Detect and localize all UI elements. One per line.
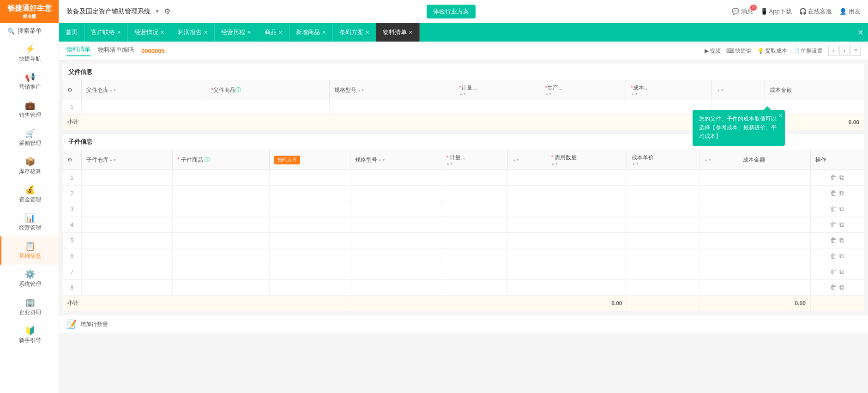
tab-history-close[interactable]: ✕ <box>247 30 251 36</box>
child-row-2-unit-cost[interactable] <box>627 186 699 201</box>
copy-icon-3[interactable]: ⧉ <box>839 205 844 213</box>
sidebar-item-marketing[interactable]: 📢 营销推广 <box>0 67 59 96</box>
delete-icon-2[interactable]: 🗑 <box>830 189 837 197</box>
child-row-5-unit[interactable] <box>441 233 507 248</box>
tab-operation[interactable]: 经营情况 ✕ <box>128 23 171 42</box>
copy-icon-1[interactable]: ⧉ <box>839 174 844 181</box>
child-row-6-warehouse[interactable] <box>81 248 172 264</box>
copy-icon-8[interactable]: ⧉ <box>839 284 844 291</box>
close-all-tabs[interactable]: ✕ <box>853 28 868 37</box>
child-row-5-warehouse[interactable] <box>81 233 172 248</box>
tab-customer[interactable]: 客户联络 ✕ <box>84 23 128 42</box>
tab-new-goods-close[interactable]: ✕ <box>322 30 326 36</box>
delete-icon-1[interactable]: 🗑 <box>830 174 837 181</box>
delete-icon-7[interactable]: 🗑 <box>830 268 837 276</box>
sidebar-item-quick-nav[interactable]: ⚡ 快捷导航 <box>0 39 59 67</box>
child-row-2-goods[interactable] <box>172 186 269 201</box>
sidebar-search[interactable]: 🔍 搜索菜单 <box>0 23 59 39</box>
user-avatar[interactable]: 👤 用友 <box>839 7 861 16</box>
add-row-label[interactable]: 增加行数量 <box>80 320 108 328</box>
tab-operation-close[interactable]: ✕ <box>160 30 164 36</box>
delete-icon-8[interactable]: 🗑 <box>830 284 837 291</box>
parent-row-1-goods[interactable] <box>206 100 330 115</box>
tab-profit[interactable]: 利润报告 ✕ <box>171 23 215 42</box>
child-row-4-warehouse[interactable] <box>81 217 172 233</box>
tab-barcode-close[interactable]: ✕ <box>365 30 369 36</box>
delete-icon-6[interactable]: 🗑 <box>830 252 837 260</box>
child-row-8-unit[interactable] <box>441 280 507 296</box>
tab-goods[interactable]: 商品 ✕ <box>258 23 289 42</box>
tab-customer-close[interactable]: ✕ <box>117 30 121 36</box>
parent-row-1-production[interactable] <box>540 100 626 115</box>
child-row-6-unit-cost[interactable] <box>627 248 699 264</box>
child-row-3-warehouse[interactable] <box>81 201 172 217</box>
copy-icon-7[interactable]: ⧉ <box>839 268 844 276</box>
tab-bom[interactable]: 物料清单 ✕ <box>376 23 420 42</box>
child-row-5-goods[interactable] <box>172 233 269 248</box>
parent-col-settings[interactable]: ⚙ <box>63 80 81 100</box>
sidebar-item-sys-mgmt[interactable]: ⚙️ 系统管理 <box>0 265 59 293</box>
child-row-6-goods[interactable] <box>172 248 269 264</box>
sidebar-item-enterprise[interactable]: 🏢 企业协同 <box>0 293 59 321</box>
tab-barcode[interactable]: 条码方案 ✕ <box>333 23 376 42</box>
child-row-1-spec[interactable] <box>350 170 441 186</box>
app-download[interactable]: 📱 App下载 <box>760 7 792 16</box>
sidebar-item-basic-info[interactable]: 📋 基础信息 <box>0 236 59 265</box>
scan-btn[interactable]: 扫码入库 <box>274 156 300 164</box>
shortcut-btn[interactable]: ⌨ 快捷键 <box>726 47 752 55</box>
child-row-1-qty[interactable] <box>546 170 627 186</box>
child-row-7-unit[interactable] <box>441 264 507 280</box>
child-row-3-unit[interactable] <box>441 201 507 217</box>
child-row-8-goods[interactable] <box>172 280 269 296</box>
tab-home[interactable]: 首页 <box>59 23 84 42</box>
child-row-6-spec[interactable] <box>350 248 441 264</box>
sub-tab-list[interactable]: 物料清单 <box>66 45 90 56</box>
child-row-4-unit-cost[interactable] <box>627 217 699 233</box>
child-row-5-qty[interactable] <box>546 233 627 248</box>
next-arrow[interactable]: › <box>839 46 850 56</box>
child-row-3-qty[interactable] <box>546 201 627 217</box>
sidebar-item-finance[interactable]: 💰 资金管理 <box>0 180 59 208</box>
child-row-2-spec[interactable] <box>350 186 441 201</box>
child-row-1-goods[interactable] <box>172 170 269 186</box>
child-row-1-warehouse[interactable] <box>81 170 172 186</box>
child-row-8-warehouse[interactable] <box>81 280 172 296</box>
child-row-7-qty[interactable] <box>546 264 627 280</box>
tooltip-close-btn[interactable]: × <box>779 112 782 121</box>
child-row-1-unit-cost[interactable] <box>627 170 699 186</box>
copy-icon-6[interactable]: ⧉ <box>839 252 844 260</box>
settings-icon[interactable]: ⚙ <box>164 7 170 16</box>
child-row-7-goods[interactable] <box>172 264 269 280</box>
delete-icon-3[interactable]: 🗑 <box>830 205 837 213</box>
copy-icon-2[interactable]: ⧉ <box>839 189 844 197</box>
system-dropdown-icon[interactable]: ▼ <box>154 8 160 15</box>
tab-goods-close[interactable]: ✕ <box>278 30 283 36</box>
extract-cost-btn[interactable]: 💡 提取成本 <box>757 47 787 55</box>
child-row-6-unit[interactable] <box>441 248 507 264</box>
sidebar-item-operation[interactable]: 📊 经营管理 <box>0 208 59 236</box>
parent-row-1-spec[interactable] <box>329 100 454 115</box>
child-row-8-qty[interactable] <box>546 280 627 296</box>
child-row-4-qty[interactable] <box>546 217 627 233</box>
tab-profit-close[interactable]: ✕ <box>204 30 208 36</box>
child-row-5-spec[interactable] <box>350 233 441 248</box>
online-service[interactable]: 🎧 在线客服 <box>799 7 832 16</box>
child-row-6-qty[interactable] <box>546 248 627 264</box>
sidebar-item-sales[interactable]: 💼 销售管理 <box>0 96 59 124</box>
child-row-2-unit[interactable] <box>441 186 507 201</box>
child-row-2-warehouse[interactable] <box>81 186 172 201</box>
child-row-7-warehouse[interactable] <box>81 264 172 280</box>
child-row-4-goods[interactable] <box>172 217 269 233</box>
tab-history[interactable]: 经营历程 ✕ <box>215 23 258 42</box>
parent-row-1-unit[interactable] <box>454 100 540 115</box>
sidebar-item-inventory[interactable]: 📦 库存核算 <box>0 152 59 180</box>
tab-bom-close[interactable]: ✕ <box>409 30 413 36</box>
child-row-4-unit[interactable] <box>441 217 507 233</box>
child-row-5-unit-cost[interactable] <box>627 233 699 248</box>
message-wrap[interactable]: 💬 6 消息 <box>732 7 753 16</box>
copy-icon-5[interactable]: ⧉ <box>839 236 844 244</box>
tab-new-goods[interactable]: 新增商品 ✕ <box>289 23 333 42</box>
child-col-settings[interactable]: ⚙ <box>63 150 81 170</box>
child-row-3-unit-cost[interactable] <box>627 201 699 217</box>
delete-icon-5[interactable]: 🗑 <box>830 236 837 244</box>
